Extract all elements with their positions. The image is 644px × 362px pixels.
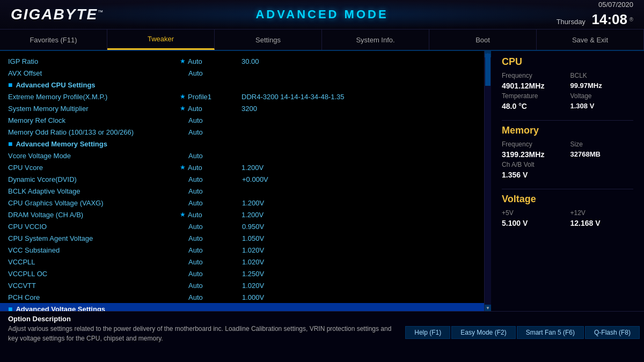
- header: GIGABYTE™ ADVANCED MODE 05/07/2020 Thurs…: [0, 0, 644, 29]
- row-label: System Memory Multiplier: [8, 105, 180, 113]
- row-label: BCLK Adaptive Voltage: [8, 187, 180, 195]
- smart-fan-button[interactable]: Smart Fan 5 (F6): [517, 326, 584, 339]
- settings-row[interactable]: Memory Ref Clock Auto: [0, 114, 484, 126]
- cpu-freq-value: 4901.12MHz: [502, 82, 565, 90]
- settings-row[interactable]: VCCPLL OC Auto 1.250V: [0, 268, 484, 279]
- row-value2: 1.200V: [241, 211, 264, 219]
- row-label: DRAM Voltage (CH A/B): [8, 211, 180, 219]
- section-heading-row: ■Advanced Memory Settings: [0, 138, 484, 150]
- row-value2: DDR4-3200 14-14-14-34-48-1.35: [241, 93, 345, 101]
- tab-tweaker[interactable]: Tweaker: [107, 29, 215, 50]
- v5-value: 5.100 V: [502, 219, 565, 227]
- scrollbar-track[interactable]: ▲ ▼: [485, 51, 491, 311]
- row-label: VCCPLL: [8, 258, 180, 266]
- settings-row[interactable]: Extreme Memory Profile(X.M.P.) ★ Profile…: [0, 91, 484, 102]
- bottom-area: Option Description Adjust various settin…: [0, 311, 644, 362]
- settings-row[interactable]: VCCVTT Auto 1.020V: [0, 279, 484, 291]
- settings-row[interactable]: DRAM Voltage (CH A/B) ★ Auto 1.200V: [0, 209, 484, 220]
- row-value: Auto: [188, 234, 242, 242]
- memory-section-title: Memory: [502, 125, 633, 136]
- settings-row[interactable]: System Memory Multiplier ★ Auto 3200: [0, 102, 484, 114]
- row-label: CPU VCCIO: [8, 223, 180, 231]
- easy-mode-button[interactable]: Easy Mode (F2): [451, 326, 515, 339]
- help-button[interactable]: Help (F1): [405, 326, 450, 339]
- row-label: VCCVTT: [8, 282, 180, 290]
- day: Thursday: [557, 18, 586, 26]
- settings-row[interactable]: AVX Offset Auto: [0, 67, 484, 79]
- row-value: Auto: [188, 128, 242, 136]
- star-icon: ★: [180, 105, 186, 112]
- settings-row[interactable]: VCC Substained Auto 1.020V: [0, 244, 484, 256]
- row-value2: 1.020V: [242, 282, 264, 290]
- tab-settings[interactable]: Settings: [215, 29, 322, 50]
- row-value: Auto: [188, 293, 242, 301]
- row-value: Auto: [188, 258, 242, 266]
- cpu-temp-value: 48.0 °C: [502, 102, 565, 110]
- row-value2: 0.950V: [242, 223, 264, 231]
- mode-title: ADVANCED MODE: [255, 8, 388, 21]
- mem-freq-label: Frequency: [502, 141, 565, 148]
- row-label: CPU System Agent Voltage: [8, 234, 180, 242]
- settings-row[interactable]: CPU Graphics Voltage (VAXG) Auto 1.200V: [0, 197, 484, 209]
- cpu-bclk-value: 99.97MHz: [570, 82, 634, 90]
- row-value2: 1.250V: [242, 270, 264, 278]
- settings-row[interactable]: CPU VCCIO Auto 0.950V: [0, 220, 484, 232]
- cpu-temp-label: Temperature: [502, 92, 565, 100]
- settings-row[interactable]: CPU Vcore ★ Auto 1.200V: [0, 161, 484, 173]
- row-value: Profile1: [188, 93, 241, 101]
- row-value2: 1.200V: [242, 199, 264, 207]
- nav-tabs: Favorites (F11) Tweaker Settings System …: [0, 29, 644, 51]
- star-icon: ★: [180, 57, 186, 65]
- tab-favorites[interactable]: Favorites (F11): [0, 29, 107, 50]
- section-heading-row: ■Advanced CPU Settings: [0, 79, 484, 91]
- settings-row[interactable]: IGP Ratio ★ Auto 30.00: [0, 55, 484, 67]
- row-value: Auto: [188, 105, 241, 113]
- row-label: IGP Ratio: [8, 57, 180, 65]
- row-label: Memory Ref Clock: [8, 116, 180, 124]
- cpu-bclk-label: BCLK: [570, 72, 634, 79]
- tab-boot[interactable]: Boot: [429, 29, 537, 50]
- row-label: CPU Vcore: [8, 164, 180, 172]
- qflash-button[interactable]: Q-Flash (F8): [585, 326, 640, 339]
- settings-row[interactable]: PCH Core Auto 1.000V: [0, 291, 484, 303]
- settings-row[interactable]: VCCPLL Auto 1.020V: [0, 256, 484, 268]
- settings-row[interactable]: Dynamic Vcore(DVID) Auto +0.000V: [0, 173, 484, 185]
- cpu-freq-label: Frequency: [502, 72, 565, 79]
- tab-save-exit[interactable]: Save & Exit: [537, 29, 644, 50]
- logo: GIGABYTE™: [11, 6, 104, 23]
- scrollbar-thumb[interactable]: [485, 54, 491, 86]
- row-value: Auto: [188, 246, 242, 254]
- v12-value: 12.168 V: [570, 219, 634, 227]
- option-desc-text: Adjust various settings related to the p…: [0, 324, 401, 343]
- mem-freq-value: 3199.23MHz: [502, 150, 565, 159]
- row-value: Auto: [188, 164, 241, 172]
- highlighted-section-row[interactable]: ■Advanced Voltage Settings: [0, 303, 484, 311]
- section-marker: ■: [8, 80, 12, 89]
- mem-volt-value: 1.356 V: [502, 171, 633, 179]
- row-label: PCH Core: [8, 293, 180, 301]
- section-label: Advanced Memory Settings: [16, 140, 107, 148]
- date: 05/07/2020: [598, 1, 633, 9]
- row-value2: 1.200V: [241, 164, 264, 172]
- cpu-volt-label: Voltage: [570, 92, 634, 100]
- row-value: Auto: [188, 57, 241, 65]
- section-marker: ■: [8, 305, 12, 311]
- row-value: Auto: [188, 223, 242, 231]
- section-label: Advanced CPU Settings: [16, 81, 95, 89]
- row-label: VCC Substained: [8, 246, 180, 254]
- tab-sysinfo[interactable]: System Info.: [322, 29, 429, 50]
- row-value2: 30.00: [241, 57, 259, 65]
- section-marker: ■: [8, 139, 12, 148]
- settings-row[interactable]: CPU System Agent Voltage Auto 1.050V: [0, 232, 484, 244]
- right-panel: CPU Frequency BCLK 4901.12MHz 99.97MHz T…: [491, 51, 644, 311]
- row-value2: 1.020V: [242, 258, 264, 266]
- scrollbar-down-arrow[interactable]: ▼: [485, 305, 491, 311]
- mem-volt-label: Ch A/B Volt: [502, 161, 633, 168]
- memory-info-grid: Frequency Size 3199.23MHz 32768MB Ch A/B…: [502, 141, 633, 179]
- divider2: [502, 189, 633, 189]
- star-icon: ★: [180, 164, 186, 171]
- settings-row[interactable]: BCLK Adaptive Voltage Auto: [0, 185, 484, 197]
- settings-row[interactable]: Vcore Voltage Mode Auto: [0, 150, 484, 161]
- settings-row[interactable]: Memory Odd Ratio (100/133 or 200/266) Au…: [0, 126, 484, 138]
- v5-label: +5V: [502, 209, 565, 217]
